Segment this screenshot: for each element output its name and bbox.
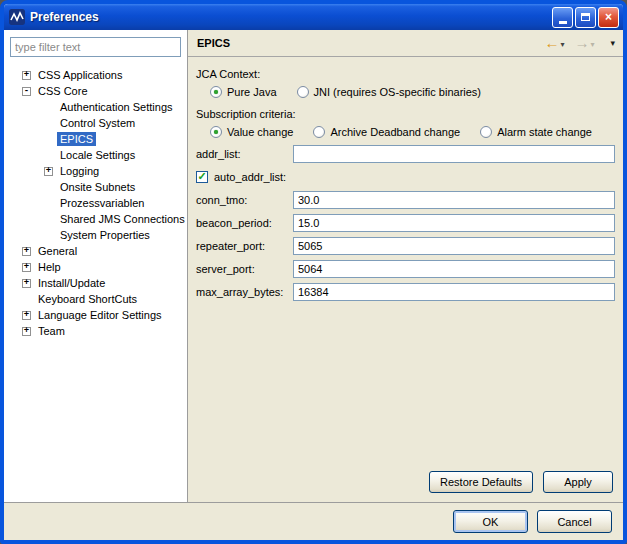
- ok-button[interactable]: OK: [453, 510, 528, 533]
- apply-button[interactable]: Apply: [543, 471, 613, 493]
- maximize-button[interactable]: [575, 7, 596, 28]
- page-header: EPICS ← ▾ → ▾ ▾: [188, 30, 623, 57]
- collapse-icon[interactable]: -: [22, 87, 31, 96]
- expand-icon[interactable]: +: [22, 247, 31, 256]
- auto-addr-list-row[interactable]: ✓ auto_addr_list:: [196, 171, 615, 183]
- tree-item-label: Logging: [57, 164, 102, 178]
- minimize-button[interactable]: [552, 7, 573, 28]
- epics-settings-form: JCA Context: Pure Java JNI (requires OS-…: [188, 57, 623, 502]
- tree-item-label: Keyboard ShortCuts: [35, 292, 140, 306]
- dialog-body: + CSS Applications - CSS Core Authentica…: [4, 30, 623, 502]
- tree-item-label: Shared JMS Connections: [57, 212, 188, 226]
- tree-item-locale-settings[interactable]: Locale Settings: [10, 147, 181, 163]
- repeater-port-input[interactable]: [293, 237, 615, 255]
- radio-pure-java[interactable]: Pure Java: [210, 86, 277, 98]
- back-button[interactable]: ← ▾: [544, 36, 564, 50]
- field-label: beacon_period:: [196, 217, 293, 229]
- radio-value-change[interactable]: Value change: [210, 126, 293, 138]
- tree-item-label: CSS Core: [35, 84, 91, 98]
- tree-item-onsite-subnets[interactable]: Onsite Subnets: [10, 179, 181, 195]
- expand-icon[interactable]: +: [22, 279, 31, 288]
- jca-context-label: JCA Context:: [196, 68, 615, 80]
- main-panel: EPICS ← ▾ → ▾ ▾ JCA Context: Pure Java: [188, 30, 623, 502]
- field-repeater-port: repeater_port:: [196, 237, 615, 255]
- tree-item-label: Prozessvariablen: [57, 196, 147, 210]
- max-array-bytes-input[interactable]: [293, 283, 615, 301]
- radio-icon: [297, 86, 309, 98]
- expand-icon[interactable]: +: [22, 327, 31, 336]
- expand-icon[interactable]: +: [22, 263, 31, 272]
- field-server-port: server_port:: [196, 260, 615, 278]
- radio-archive-deadband-change[interactable]: Archive Deadband change: [313, 126, 460, 138]
- radio-icon: [480, 126, 492, 138]
- subscription-criteria-label: Subscription criteria:: [196, 108, 615, 120]
- radio-selected-icon: [210, 86, 222, 98]
- filter-input[interactable]: [10, 37, 181, 57]
- field-label: repeater_port:: [196, 240, 293, 252]
- tree-item-authentication-settings[interactable]: Authentication Settings: [10, 99, 181, 115]
- field-conn-tmo: conn_tmo:: [196, 191, 615, 209]
- expand-icon[interactable]: +: [22, 71, 31, 80]
- tree-item-css-core[interactable]: - CSS Core: [10, 83, 181, 99]
- tree-item-system-properties[interactable]: System Properties: [10, 227, 181, 243]
- tree-item-label: CSS Applications: [35, 68, 125, 82]
- tree-item-general[interactable]: + General: [10, 243, 181, 259]
- field-label: server_port:: [196, 263, 293, 275]
- app-icon: [9, 9, 25, 25]
- jca-context-options: Pure Java JNI (requires OS-specific bina…: [210, 86, 615, 98]
- expand-icon[interactable]: +: [22, 311, 31, 320]
- preferences-tree: + CSS Applications - CSS Core Authentica…: [10, 67, 181, 339]
- tree-item-css-applications[interactable]: + CSS Applications: [10, 67, 181, 83]
- beacon-period-input[interactable]: [293, 214, 615, 232]
- radio-label: Value change: [227, 126, 293, 138]
- field-beacon-period: beacon_period:: [196, 214, 615, 232]
- tree-item-prozessvariablen[interactable]: Prozessvariablen: [10, 195, 181, 211]
- title-bar[interactable]: Preferences ×: [4, 4, 623, 30]
- tree-item-team[interactable]: + Team: [10, 323, 181, 339]
- tree-item-label: Onsite Subnets: [57, 180, 138, 194]
- radio-jni[interactable]: JNI (requires OS-specific binaries): [297, 86, 482, 98]
- tree-item-epics[interactable]: EPICS: [10, 131, 181, 147]
- radio-icon: [313, 126, 325, 138]
- conn-tmo-input[interactable]: [293, 191, 615, 209]
- tree-item-label: Language Editor Settings: [35, 308, 165, 322]
- radio-label: Pure Java: [227, 86, 277, 98]
- checkmark-icon: ✓: [197, 171, 206, 182]
- radio-alarm-state-change[interactable]: Alarm state change: [480, 126, 592, 138]
- expand-icon[interactable]: +: [44, 167, 53, 176]
- checkbox-checked-icon[interactable]: ✓: [196, 171, 208, 183]
- field-label: addr_list:: [196, 148, 293, 160]
- tree-item-logging[interactable]: + Logging: [10, 163, 181, 179]
- tree-item-language-editor-settings[interactable]: + Language Editor Settings: [10, 307, 181, 323]
- view-menu-icon[interactable]: ▾: [610, 38, 615, 48]
- radio-selected-icon: [210, 126, 222, 138]
- forward-dropdown-icon[interactable]: ▾: [590, 40, 594, 50]
- tree-item-label: Authentication Settings: [57, 100, 176, 114]
- tree-item-label: Locale Settings: [57, 148, 138, 162]
- tree-item-keyboard-shortcuts[interactable]: Keyboard ShortCuts: [10, 291, 181, 307]
- tree-item-help[interactable]: + Help: [10, 259, 181, 275]
- close-icon: ×: [605, 11, 612, 23]
- field-label: max_array_bytes:: [196, 286, 293, 298]
- forward-icon: →: [574, 36, 589, 50]
- tree-item-label: Control System: [57, 116, 138, 130]
- field-addr-list: addr_list:: [196, 145, 615, 163]
- forward-button[interactable]: → ▾: [574, 36, 594, 50]
- tree-item-label: General: [35, 244, 80, 258]
- radio-label: Alarm state change: [497, 126, 592, 138]
- close-button[interactable]: ×: [598, 7, 619, 28]
- minimize-icon: [559, 21, 567, 24]
- back-icon: ←: [544, 36, 559, 50]
- cancel-button[interactable]: Cancel: [537, 510, 612, 533]
- server-port-input[interactable]: [293, 260, 615, 278]
- field-max-array-bytes: max_array_bytes:: [196, 283, 615, 301]
- subscription-criteria-options: Value change Archive Deadband change Ala…: [210, 126, 615, 138]
- addr-list-input[interactable]: [293, 145, 615, 163]
- tree-item-shared-jms-connections[interactable]: Shared JMS Connections: [10, 211, 181, 227]
- tree-item-label: Install/Update: [35, 276, 108, 290]
- form-actions: Restore Defaults Apply: [196, 471, 615, 502]
- back-dropdown-icon[interactable]: ▾: [560, 40, 564, 50]
- restore-defaults-button[interactable]: Restore Defaults: [429, 471, 533, 493]
- tree-item-control-system[interactable]: Control System: [10, 115, 181, 131]
- tree-item-install-update[interactable]: + Install/Update: [10, 275, 181, 291]
